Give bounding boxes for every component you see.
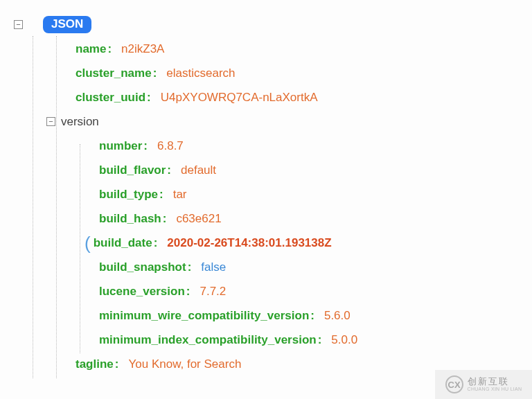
- key-label: build_snapshot: [99, 260, 186, 274]
- colon: :: [153, 66, 157, 80]
- key-label: lucene_version: [99, 285, 185, 299]
- colon: :: [115, 357, 119, 371]
- key-label: cluster_name: [76, 66, 152, 80]
- value: 2020-02-26T14:38:01.193138Z: [167, 236, 331, 250]
- tree-row-build-type[interactable]: build_type : tar: [14, 182, 518, 206]
- tree-row-cluster-uuid[interactable]: cluster_uuid : U4pXYOWRQ7CA-nLaXortkA: [14, 85, 518, 109]
- object-label: version: [61, 115, 99, 129]
- tree-row-build-date[interactable]: ( build_date : 2020-02-26T14:38:01.19313…: [14, 231, 518, 255]
- tree-row-build-snapshot[interactable]: build_snapshot : false: [14, 255, 518, 279]
- colon: :: [310, 309, 314, 323]
- colon: :: [186, 285, 190, 299]
- value: elasticsearch: [166, 66, 235, 80]
- value: You Know, for Search: [128, 357, 241, 371]
- colon: :: [154, 236, 158, 250]
- value: c63e621: [176, 212, 221, 226]
- json-tree: − JSON name : n2ikZ3A cluster_name : ela…: [14, 12, 518, 376]
- watermark-cn: 创新互联: [468, 377, 522, 387]
- tree-root-row[interactable]: − JSON: [14, 12, 518, 37]
- tree-row-version-number[interactable]: number : 6.8.7: [14, 134, 518, 158]
- key-label: minimum_wire_compatibility_version: [99, 309, 309, 323]
- tree-row-version[interactable]: − version: [14, 109, 518, 134]
- key-label: number: [99, 139, 142, 153]
- colon: :: [159, 188, 163, 202]
- colon: :: [163, 212, 167, 226]
- value: 5.0.0: [331, 333, 357, 347]
- collapse-toggle[interactable]: −: [14, 20, 23, 29]
- key-label: build_flavor: [99, 163, 166, 177]
- key-label: build_type: [99, 188, 158, 202]
- watermark-en: CHUANG XIN HU LIAN: [468, 387, 522, 392]
- colon: :: [107, 42, 112, 56]
- tree-row-min-index-compat[interactable]: minimum_index_compatibility_version : 5.…: [14, 328, 518, 352]
- value: 6.8.7: [157, 139, 184, 153]
- tree-row-min-wire-compat[interactable]: minimum_wire_compatibility_version : 5.6…: [14, 303, 518, 328]
- collapse-toggle[interactable]: −: [46, 117, 55, 126]
- key-label: minimum_index_compatibility_version: [99, 333, 317, 347]
- colon: :: [143, 139, 148, 153]
- tree-row-name[interactable]: name : n2ikZ3A: [14, 37, 518, 61]
- colon: :: [318, 333, 322, 347]
- key-label: name: [76, 42, 106, 56]
- value: default: [181, 163, 216, 177]
- key-label: cluster_uuid: [76, 91, 145, 105]
- value: n2ikZ3A: [121, 42, 164, 56]
- tree-row-build-flavor[interactable]: build_flavor : default: [14, 158, 518, 182]
- value: tar: [173, 188, 187, 202]
- colon: :: [147, 91, 151, 105]
- value: U4pXYOWRQ7CA-nLaXortkA: [161, 91, 318, 105]
- tree-row-build-hash[interactable]: build_hash : c63e621: [14, 206, 518, 231]
- key-label: build_date: [94, 236, 152, 250]
- watermark-text: 创新互联 CHUANG XIN HU LIAN: [468, 377, 522, 392]
- key-label: tagline: [76, 357, 114, 371]
- tree-row-cluster-name[interactable]: cluster_name : elasticsearch: [14, 61, 518, 85]
- colon: :: [167, 163, 171, 177]
- value: 7.7.2: [200, 285, 226, 299]
- json-badge: JSON: [43, 16, 91, 33]
- highlight-brace-icon: (: [85, 234, 91, 252]
- watermark-logo-icon: CX: [445, 375, 463, 393]
- value: false: [201, 260, 226, 274]
- spacer: [28, 20, 37, 29]
- value: 5.6.0: [324, 309, 351, 323]
- key-label: build_hash: [99, 212, 161, 226]
- colon: :: [188, 260, 192, 274]
- watermark: CX 创新互联 CHUANG XIN HU LIAN: [435, 370, 532, 399]
- tree-row-lucene-version[interactable]: lucene_version : 7.7.2: [14, 279, 518, 303]
